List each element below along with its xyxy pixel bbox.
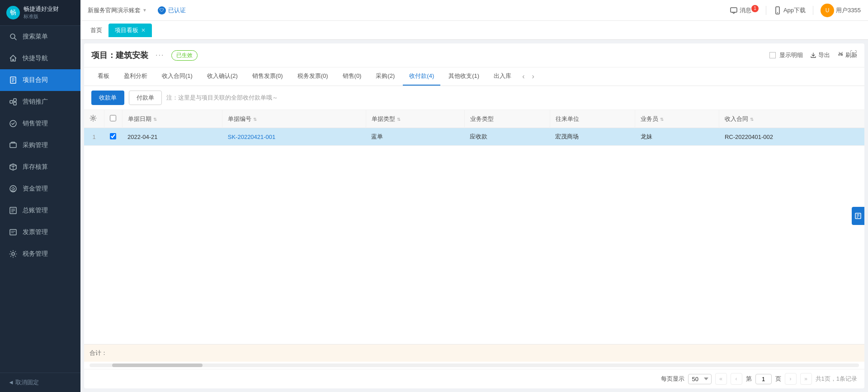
sidebar-item-marketing[interactable]: 营销推广 <box>0 91 80 113</box>
sidebar-item-ledger[interactable]: 总账管理 <box>0 200 80 221</box>
subtab-sales[interactable]: 销售(0) <box>336 67 368 86</box>
tabs-bar: 首页 项目看板 ✕ <box>80 21 868 40</box>
sidebar-logo: 畅 畅捷通好业财 标准版 <box>0 0 80 26</box>
svg-line-1 <box>14 38 16 40</box>
side-action-button[interactable] <box>852 207 864 225</box>
project-status-badge: 已生效 <box>171 50 198 61</box>
td-salesman: 龙妹 <box>635 128 719 146</box>
th-date[interactable]: 单据日期⇅ <box>122 110 222 128</box>
th-type[interactable]: 单据类型⇅ <box>366 110 464 128</box>
inventory-icon <box>8 162 18 172</box>
td-date: 2022-04-21 <box>122 128 222 146</box>
sort-type-icon: ⇅ <box>397 117 401 122</box>
td-checkbox[interactable] <box>104 128 122 146</box>
logo-icon: 畅 <box>6 6 20 19</box>
svg-point-21 <box>92 117 94 120</box>
user-button[interactable]: U 用户3355 <box>821 4 861 17</box>
subtab-payment[interactable]: 收付款(4) <box>403 67 440 86</box>
tax-icon <box>8 249 18 259</box>
avatar: U <box>821 4 834 17</box>
app-download-button[interactable]: App下载 <box>774 6 806 14</box>
sidebar-item-tax[interactable]: 税务管理 <box>0 243 80 265</box>
logo-edition: 标准版 <box>24 13 59 20</box>
subtab-kanban[interactable]: 看板 <box>91 67 116 86</box>
subtab-inout[interactable]: 出入库 <box>487 67 518 86</box>
tab-project-board[interactable]: 项目看板 ✕ <box>108 24 152 37</box>
prev-page-button[interactable]: ‹ <box>731 373 742 385</box>
subtab-next-arrow[interactable]: › <box>529 72 537 81</box>
th-biz-type[interactable]: 业务类型 <box>464 110 550 128</box>
th-contract[interactable]: 收入合同⇅ <box>719 110 864 128</box>
page-number-input[interactable] <box>755 374 772 384</box>
last-page-button[interactable]: » <box>800 373 812 385</box>
td-number-link[interactable]: SK-20220421-001 <box>228 134 276 140</box>
message-badge: 1 <box>751 5 759 12</box>
message-button[interactable]: 消息 1 <box>730 6 759 14</box>
select-all-checkbox[interactable] <box>110 115 116 121</box>
table-wrapper: 单据日期⇅ 单据编号⇅ 单据类型⇅ 业务类型 往来单位 业务员⇅ 收入合同⇅ 1 <box>84 110 864 344</box>
export-icon <box>810 52 816 58</box>
receipt-filter-button[interactable]: 收款单 <box>91 91 124 105</box>
show-detail-checkbox[interactable] <box>769 52 776 58</box>
subtab-sales-invoice[interactable]: 销售发票(0) <box>246 67 289 86</box>
subtab-income-contract[interactable]: 收入合同(1) <box>156 67 199 86</box>
svg-point-20 <box>777 12 778 13</box>
table-row[interactable]: 1 2022-04-21 SK-20220421-001 蓝单 应收款 宏茂商场… <box>84 128 864 146</box>
sidebar-item-invoice[interactable]: 发票管理 <box>0 221 80 243</box>
show-detail-button[interactable]: 显示明细 <box>769 51 803 59</box>
td-contract: RC-20220401-002 <box>719 128 864 146</box>
subtab-prev-arrow[interactable]: ‹ <box>519 72 527 81</box>
chevron-down-icon: ▼ <box>142 8 147 13</box>
td-row-num: 1 <box>84 128 104 146</box>
sidebar-item-sales[interactable]: 销售管理 <box>0 113 80 134</box>
content-close-button[interactable]: ✕ <box>838 50 844 58</box>
horizontal-scrollbar[interactable] <box>84 362 864 369</box>
th-checkbox[interactable] <box>104 110 122 128</box>
page-label: 第 <box>746 375 752 383</box>
scrollbar-track[interactable] <box>90 363 859 367</box>
td-number[interactable]: SK-20220421-001 <box>222 128 366 146</box>
page-size-label: 每页显示 <box>661 375 684 383</box>
th-salesman[interactable]: 业务员⇅ <box>635 110 719 128</box>
account-selector[interactable]: 新服务官网演示账套 ▼ <box>88 6 149 14</box>
search-icon <box>8 32 18 42</box>
subtab-purchase[interactable]: 采购(2) <box>369 67 401 86</box>
svg-rect-7 <box>14 99 16 101</box>
export-button[interactable]: 导出 <box>810 51 830 59</box>
page-size-select[interactable]: 50 10 20 100 <box>688 374 712 384</box>
subtab-tax-invoice[interactable]: 税务发票(0) <box>291 67 335 86</box>
payment-filter-button[interactable]: 付款单 <box>129 91 162 105</box>
sidebar-item-capital[interactable]: 资金管理 <box>0 178 80 200</box>
project-more-button[interactable]: ··· <box>156 51 164 59</box>
unpin-button[interactable]: ◄ 取消固定 <box>0 373 80 392</box>
svg-rect-16 <box>10 229 16 235</box>
th-number[interactable]: 单据编号⇅ <box>222 110 366 128</box>
project-actions: 显示明细 导出 刷新 <box>769 51 857 59</box>
tab-home[interactable]: 首页 <box>86 24 107 37</box>
sidebar-item-inventory[interactable]: 库存核算 <box>0 156 80 178</box>
sidebar-item-tax-label: 税务管理 <box>23 250 48 258</box>
th-partner[interactable]: 往来单位 <box>550 110 635 128</box>
td-partner: 宏茂商场 <box>550 128 635 146</box>
subtab-other[interactable]: 其他收支(1) <box>442 67 486 86</box>
sidebar-item-purchase[interactable]: 采购管理 <box>0 134 80 156</box>
page-total: 共1页，1条记录 <box>816 375 857 383</box>
content-expand-button[interactable]: ⛶ <box>850 50 857 58</box>
sidebar-item-contract[interactable]: 项目合同 <box>0 69 80 91</box>
first-page-button[interactable]: « <box>715 373 727 385</box>
svg-rect-18 <box>731 8 737 12</box>
next-page-button[interactable]: › <box>785 373 797 385</box>
gear-icon[interactable] <box>90 115 97 122</box>
shield-icon: 🛡 <box>158 6 166 14</box>
sidebar: 畅 畅捷通好业财 标准版 搜索菜单 快捷导航 项目合同 <box>0 0 80 392</box>
scrollbar-thumb[interactable] <box>112 363 203 367</box>
subtab-profit[interactable]: 盈利分析 <box>118 67 154 86</box>
sidebar-item-search[interactable]: 搜索菜单 <box>0 26 80 48</box>
subtab-income-confirm[interactable]: 收入确认(2) <box>201 67 244 86</box>
row-checkbox[interactable] <box>110 133 116 139</box>
tab-close-icon[interactable]: ✕ <box>141 27 146 33</box>
sort-salesman-icon: ⇅ <box>660 117 664 122</box>
user-label: 用户3355 <box>836 6 861 14</box>
th-settings[interactable] <box>84 110 104 128</box>
sidebar-item-quick[interactable]: 快捷导航 <box>0 48 80 69</box>
